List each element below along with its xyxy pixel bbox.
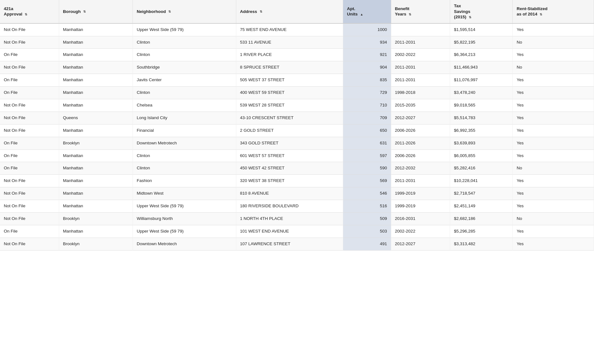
- cell-apt-units: 569: [343, 175, 391, 187]
- cell-borough: Brooklyn: [59, 137, 133, 149]
- cell-rent-stabilized: Yes: [513, 137, 594, 149]
- cell-borough: Brooklyn: [59, 238, 133, 250]
- cell-address: 320 WEST 38 STREET: [236, 175, 343, 187]
- cell-rent-stabilized: Yes: [513, 49, 594, 61]
- sort-icon-address[interactable]: ⇅: [260, 9, 262, 14]
- cell-address: 539 WEST 28 STREET: [236, 99, 343, 112]
- cell-approval: Not On File: [0, 61, 59, 74]
- cell-benefit-years: 2006-2026: [391, 149, 450, 162]
- table-row: Not On FileManhattanClinton533 11 AVENUE…: [0, 36, 594, 49]
- sort-icon-borough[interactable]: ⇅: [83, 9, 86, 14]
- cell-neighborhood: Clinton: [133, 49, 236, 61]
- cell-borough: Queens: [59, 112, 133, 124]
- cell-borough: Manhattan: [59, 74, 133, 87]
- cell-borough: Manhattan: [59, 99, 133, 112]
- table-row: Not On FileManhattanMidtown West810 8 AV…: [0, 187, 594, 200]
- cell-approval: On File: [0, 149, 59, 162]
- table-row: Not On FileManhattanSouthbridge8 SPRUCE …: [0, 61, 594, 74]
- sort-icon-benefit-years[interactable]: ⇅: [409, 12, 411, 16]
- table-row: Not On FileManhattanFashion320 WEST 38 S…: [0, 175, 594, 187]
- cell-apt-units: 503: [343, 225, 391, 238]
- cell-approval: Not On File: [0, 112, 59, 124]
- cell-address: 2 GOLD STREET: [236, 124, 343, 137]
- cell-tax-savings: $5,514,783: [450, 112, 513, 124]
- cell-benefit-years: 2011-2031: [391, 36, 450, 49]
- col-header-benefit-years[interactable]: BenefitYears ⇅: [391, 0, 450, 23]
- table-row: On FileManhattanUpper West Side (59 79)1…: [0, 225, 594, 238]
- cell-neighborhood: Upper West Side (59 79): [133, 200, 236, 213]
- cell-rent-stabilized: Yes: [513, 187, 594, 200]
- cell-tax-savings: $9,018,565: [450, 99, 513, 112]
- cell-rent-stabilized: Yes: [513, 87, 594, 99]
- cell-benefit-years: 2011-2031: [391, 61, 450, 74]
- cell-benefit-years: 2002-2022: [391, 49, 450, 61]
- col-header-neighborhood[interactable]: Neighborhood ⇅: [133, 0, 236, 23]
- cell-neighborhood: Upper West Side (59 79): [133, 23, 236, 36]
- cell-rent-stabilized: Yes: [513, 74, 594, 87]
- table-row: Not On FileQueensLong Island City43-10 C…: [0, 112, 594, 124]
- cell-borough: Manhattan: [59, 225, 133, 238]
- col-header-apt-units[interactable]: Apt.Units ▲: [343, 0, 391, 23]
- cell-approval: On File: [0, 87, 59, 99]
- cell-apt-units: 650: [343, 124, 391, 137]
- sort-icon-rent-stabilized[interactable]: ⇅: [540, 12, 542, 16]
- cell-address: 400 WEST 59 STREET: [236, 87, 343, 99]
- cell-tax-savings: $5,282,416: [450, 162, 513, 175]
- sort-icon-neighborhood[interactable]: ⇅: [168, 9, 171, 14]
- cell-borough: Manhattan: [59, 187, 133, 200]
- cell-approval: Not On File: [0, 124, 59, 137]
- cell-benefit-years: [391, 23, 450, 36]
- cell-benefit-years: 1999-2019: [391, 187, 450, 200]
- cell-address: 101 WEST END AVENUE: [236, 225, 343, 238]
- table-row: Not On FileManhattanChelsea539 WEST 28 S…: [0, 99, 594, 112]
- cell-neighborhood: Southbridge: [133, 61, 236, 74]
- col-header-tax-savings[interactable]: TaxSavings(2015) ⇅: [450, 0, 513, 23]
- cell-rent-stabilized: Yes: [513, 200, 594, 213]
- data-table: 421aApproval ⇅ Borough ⇅ Neighborhood ⇅ …: [0, 0, 594, 251]
- cell-borough: Manhattan: [59, 124, 133, 137]
- cell-benefit-years: 1999-2019: [391, 200, 450, 213]
- table-row: Not On FileManhattanUpper West Side (59 …: [0, 23, 594, 36]
- cell-tax-savings: $11,076,997: [450, 74, 513, 87]
- cell-borough: Manhattan: [59, 61, 133, 74]
- cell-apt-units: 904: [343, 61, 391, 74]
- sort-icon-approval[interactable]: ⇅: [25, 12, 27, 16]
- table-row: Not On FileBrooklynDowntown Metrotech107…: [0, 238, 594, 250]
- cell-borough: Manhattan: [59, 36, 133, 49]
- col-header-approval[interactable]: 421aApproval ⇅: [0, 0, 59, 23]
- cell-benefit-years: 2015-2035: [391, 99, 450, 112]
- cell-apt-units: 631: [343, 137, 391, 149]
- cell-benefit-years: 2012-2027: [391, 238, 450, 250]
- cell-address: 43-10 CRESCENT STREET: [236, 112, 343, 124]
- col-header-borough[interactable]: Borough ⇅: [59, 0, 133, 23]
- cell-neighborhood: Clinton: [133, 162, 236, 175]
- cell-benefit-years: 2011-2031: [391, 74, 450, 87]
- cell-neighborhood: Chelsea: [133, 99, 236, 112]
- table-row: Not On FileManhattanUpper West Side (59 …: [0, 200, 594, 213]
- cell-approval: Not On File: [0, 213, 59, 225]
- cell-tax-savings: $2,718,547: [450, 187, 513, 200]
- cell-address: 450 WEST 42 STREET: [236, 162, 343, 175]
- col-header-rent-stabilized[interactable]: Rent-Stabilizedas of 2014 ⇅: [513, 0, 594, 23]
- cell-address: 8 SPRUCE STREET: [236, 61, 343, 74]
- cell-tax-savings: $3,639,893: [450, 137, 513, 149]
- cell-approval: Not On File: [0, 238, 59, 250]
- cell-apt-units: 709: [343, 112, 391, 124]
- sort-icon-apt-units[interactable]: ▲: [360, 12, 363, 16]
- col-header-address[interactable]: Address ⇅: [236, 0, 343, 23]
- cell-address: 1 RIVER PLACE: [236, 49, 343, 61]
- cell-approval: On File: [0, 225, 59, 238]
- cell-approval: Not On File: [0, 36, 59, 49]
- cell-tax-savings: $6,992,355: [450, 124, 513, 137]
- cell-apt-units: 729: [343, 87, 391, 99]
- cell-neighborhood: Williamsburg North: [133, 213, 236, 225]
- cell-neighborhood: Fashion: [133, 175, 236, 187]
- cell-tax-savings: $3,478,240: [450, 87, 513, 99]
- sort-icon-tax-savings[interactable]: ⇅: [469, 15, 471, 19]
- cell-apt-units: 1000: [343, 23, 391, 36]
- cell-benefit-years: 2011-2031: [391, 175, 450, 187]
- cell-borough: Manhattan: [59, 149, 133, 162]
- cell-neighborhood: Long Island City: [133, 112, 236, 124]
- table-header-row: 421aApproval ⇅ Borough ⇅ Neighborhood ⇅ …: [0, 0, 594, 23]
- cell-neighborhood: Midtown West: [133, 187, 236, 200]
